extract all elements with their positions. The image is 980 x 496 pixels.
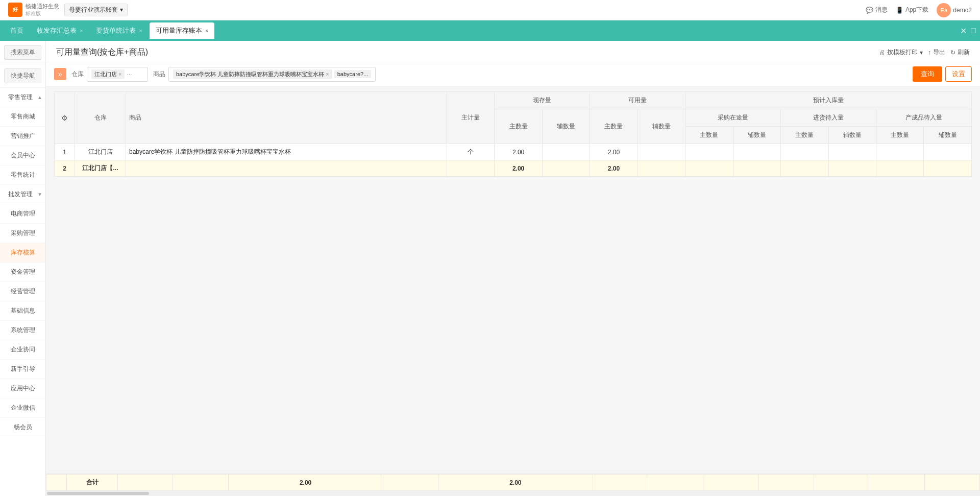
cell-subtotal-incoming-aux: [828, 160, 876, 177]
sidebar-item-basic-info-label: 基础信息: [3, 306, 42, 315]
page-title: 可用量查询(按仓库+商品): [56, 47, 148, 58]
print-dropdown-icon: ▾: [920, 49, 923, 56]
sidebar-item-wechat[interactable]: 企业微信: [0, 398, 45, 418]
cell-avail-aux-1: [638, 144, 685, 160]
scrollbar-thumb[interactable]: [47, 492, 149, 495]
th-group-forecast: 预计入库量: [685, 92, 972, 109]
app-download-icon: 📱: [896, 7, 903, 14]
logo-text-area: 畅捷通好生意 标准版: [26, 3, 59, 17]
avatar: Ea: [937, 3, 951, 17]
tab-home[interactable]: 首页: [4, 22, 30, 39]
total-purchase-aux: [703, 475, 758, 491]
sidebar-item-ecommerce-label: 电商管理: [3, 209, 42, 218]
th-purchase-main: 主数量: [685, 127, 733, 144]
filter-expand-icon: »: [58, 70, 62, 78]
tab-home-label: 首页: [10, 26, 23, 35]
sidebar-item-enterprise[interactable]: 企业协同: [0, 340, 45, 360]
table-footer: 合计 2.00 2.00: [46, 474, 980, 491]
window-close-btn[interactable]: ✕: [960, 26, 967, 36]
warehouse-tag-close[interactable]: ×: [118, 71, 121, 77]
message-btn[interactable]: 💬 消息: [866, 6, 888, 14]
tab-order-stats-label: 要货单统计表: [96, 26, 136, 35]
filter-expand-btn[interactable]: »: [54, 68, 66, 80]
cell-production-aux-1: [924, 144, 972, 160]
logo-area: 好 畅捷通好生意 标准版: [8, 3, 59, 17]
app-download-btn[interactable]: 📱 App下载: [896, 6, 928, 14]
tenant-name: 母婴行业演示账套: [69, 6, 118, 14]
tab-receive-summary[interactable]: 收发存汇总表 ×: [31, 22, 89, 39]
sidebar-item-marketing-label: 营销推广: [3, 132, 42, 140]
total-row: 合计 2.00 2.00: [46, 475, 980, 491]
horizontal-scrollbar[interactable]: [46, 491, 980, 496]
th-subgroup-production: 产成品待入量: [876, 109, 971, 127]
cell-purchase-aux-1: [733, 144, 780, 160]
sidebar-item-wholesale-arrow: ▼: [37, 192, 42, 197]
sidebar-item-member[interactable]: 会员中心: [0, 146, 45, 166]
sidebar-item-operations[interactable]: 经营管理: [0, 282, 45, 301]
user-name: demo2: [953, 7, 972, 14]
cell-subtotal-stock-main: 2.00: [495, 160, 542, 177]
sidebar-item-ecommerce[interactable]: 电商管理: [0, 204, 45, 224]
tab-available-inventory[interactable]: 可用量库存账本 ×: [150, 22, 214, 39]
sidebar-search-btn[interactable]: 搜索菜单: [4, 45, 41, 60]
th-warehouse: 仓库: [75, 92, 126, 144]
sidebar-item-wechat-label: 企业微信: [3, 404, 42, 412]
sidebar-item-system[interactable]: 系统管理: [0, 321, 45, 340]
tab-order-stats[interactable]: 要货单统计表 ×: [90, 22, 148, 39]
cell-incoming-aux-1: [828, 144, 876, 160]
sidebar-item-vip[interactable]: 畅会员: [0, 418, 45, 437]
message-label: 消息: [875, 6, 888, 14]
tenant-selector[interactable]: 母婴行业演示账套 ▾: [64, 4, 128, 16]
sidebar-item-vip-label: 畅会员: [3, 423, 42, 432]
sidebar-quicknav-btn[interactable]: 快捷导航: [4, 68, 41, 83]
logo-subtext: 标准版: [26, 10, 59, 17]
query-button[interactable]: 查询: [913, 66, 942, 82]
window-maximize-btn[interactable]: □: [971, 26, 976, 35]
sidebar-item-new-guide[interactable]: 新手引导: [0, 360, 45, 379]
logo-name: 畅捷通好生意: [26, 3, 59, 10]
product-filter-label: 商品: [153, 70, 165, 79]
sidebar-item-inventory[interactable]: 库存核算: [0, 243, 45, 263]
sidebar-item-finance[interactable]: 资金管理: [0, 263, 45, 282]
total-stock-aux: [383, 475, 438, 491]
refresh-label: 刷新: [958, 48, 970, 57]
print-btn[interactable]: 🖨 按模板打印 ▾: [879, 48, 923, 57]
sidebar-item-enterprise-label: 企业协同: [3, 345, 42, 354]
logo-icon: 好: [8, 3, 22, 17]
tab-receive-summary-close[interactable]: ×: [80, 28, 83, 34]
sidebar-item-wholesale[interactable]: 批发管理 ▼: [0, 185, 45, 204]
cell-seq-1: 1: [55, 144, 75, 160]
product-tag1-text: babycare学饮杯 儿童防摔防撞吸管杯重力球吸嘴杯宝宝水杯: [176, 70, 324, 78]
th-product: 商品: [126, 92, 447, 144]
tab-order-stats-close[interactable]: ×: [139, 28, 142, 34]
sidebar-item-purchase[interactable]: 采购管理: [0, 224, 45, 243]
product-filter-input[interactable]: babycare学饮杯 儿童防摔防撞吸管杯重力球吸嘴杯宝宝水杯 × babyca…: [168, 67, 376, 82]
cell-subtotal-production-main: [876, 160, 923, 177]
message-icon: 💬: [866, 7, 873, 14]
refresh-btn[interactable]: ↻ 刷新: [950, 48, 970, 57]
sidebar-item-retail-stats[interactable]: 零售统计: [0, 166, 45, 185]
product-filter-group: 商品 babycare学饮杯 儿童防摔防撞吸管杯重力球吸嘴杯宝宝水杯 × bab…: [153, 67, 376, 82]
warehouse-filter-input[interactable]: 江北门店 × ···: [87, 67, 148, 82]
sidebar-item-app-center[interactable]: 应用中心: [0, 379, 45, 398]
sidebar-item-retail-stats-label: 零售统计: [3, 171, 42, 179]
cell-incoming-main-1: [781, 144, 828, 160]
tenant-dropdown-icon: ▾: [120, 6, 123, 13]
sidebar-item-marketing[interactable]: 营销推广: [0, 127, 45, 146]
th-subgroup-incoming: 进货待入量: [781, 109, 876, 127]
tab-available-inventory-close[interactable]: ×: [205, 28, 208, 34]
user-area[interactable]: Ea demo2: [937, 3, 972, 17]
export-btn[interactable]: ↑ 导出: [928, 48, 945, 57]
cell-purchase-main-1: [685, 144, 733, 160]
sidebar-item-basic-info[interactable]: 基础信息: [0, 301, 45, 321]
warehouse-more-btn[interactable]: ···: [127, 70, 132, 78]
sidebar-item-app-center-label: 应用中心: [3, 384, 42, 393]
cell-subtotal-product: [126, 160, 447, 177]
sidebar-item-retail-mgmt[interactable]: 零售管理 ▲: [0, 88, 45, 107]
settings-button[interactable]: 设置: [945, 66, 972, 82]
gear-icon[interactable]: ⚙: [61, 114, 68, 122]
sidebar-item-retail-mall[interactable]: 零售商城: [0, 107, 45, 127]
top-bar-left: 好 畅捷通好生意 标准版 母婴行业演示账套 ▾: [8, 3, 128, 17]
product-tag2-text: babycare?...: [337, 71, 369, 77]
product-tag1-close[interactable]: ×: [326, 71, 329, 77]
